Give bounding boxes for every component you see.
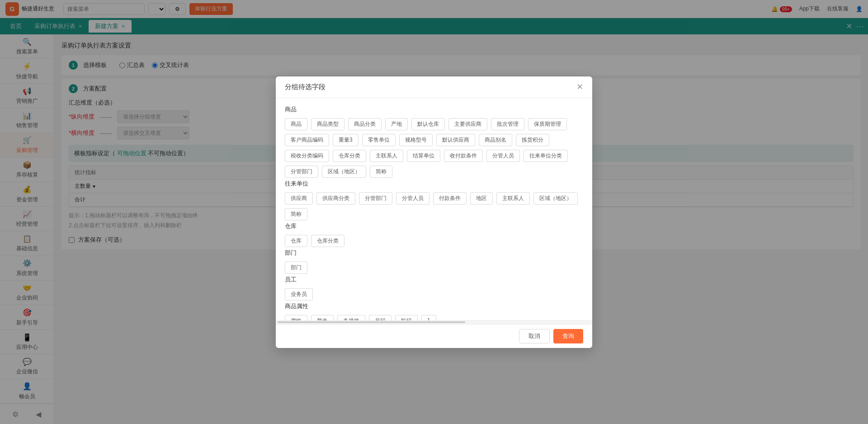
product-attr-chips: 属性 颜色 多规格 尺码 鞋码 1 <box>285 315 583 321</box>
chip-attr-1[interactable]: 颜色 <box>311 315 334 321</box>
chip-goods-9[interactable]: 重量3 <box>333 134 359 146</box>
modal-confirm-btn[interactable]: 查询 <box>553 329 583 343</box>
section-warehouse: 仓库 仓库 仓库分类 <box>285 222 583 247</box>
chip-goods-10[interactable]: 零售单位 <box>362 134 396 146</box>
chip-department-0[interactable]: 部门 <box>285 262 307 274</box>
chip-partner-3[interactable]: 分管人员 <box>396 192 429 205</box>
chip-goods-13[interactable]: 商品别名 <box>479 134 512 146</box>
chip-partner-6[interactable]: 主联系人 <box>496 192 530 205</box>
chip-attr-5[interactable]: 1 <box>421 315 436 321</box>
chip-goods-4[interactable]: 默认仓库 <box>411 118 445 130</box>
section-department-title: 部门 <box>285 249 583 257</box>
department-chips: 部门 <box>285 262 583 274</box>
modal-hscrollbar[interactable] <box>276 320 592 324</box>
chip-employee-0[interactable]: 业务员 <box>285 288 313 300</box>
chip-goods-1[interactable]: 商品类型 <box>311 118 344 130</box>
chip-partner-4[interactable]: 付款条件 <box>433 192 467 205</box>
chip-goods-8[interactable]: 客户商品编码 <box>285 134 329 146</box>
chip-goods-23[interactable]: 区域（地区） <box>322 166 366 178</box>
chip-goods-20[interactable]: 分管人员 <box>486 150 520 162</box>
chip-partner-7[interactable]: 区域（地区） <box>533 192 578 205</box>
chip-warehouse-1[interactable]: 仓库分类 <box>311 235 344 247</box>
section-employee-title: 员工 <box>285 276 583 284</box>
chip-goods-21[interactable]: 往来单位分类 <box>524 150 568 162</box>
chip-goods-18[interactable]: 结算单位 <box>407 150 440 162</box>
chip-goods-22[interactable]: 分管部门 <box>285 166 318 178</box>
section-partner-title: 往来单位 <box>285 180 583 188</box>
section-partner: 往来单位 供应商 供应商分类 分管部门 分管人员 付款条件 地区 主联系人 区域… <box>285 180 583 220</box>
chip-partner-8[interactable]: 简称 <box>285 208 307 220</box>
goods-chips: 商品 商品类型 商品分类 产地 默认仓库 主要供应商 批次管理 保质期管理 客户… <box>285 118 583 178</box>
chip-goods-11[interactable]: 规格型号 <box>399 134 433 146</box>
modal-cancel-btn[interactable]: 取消 <box>519 329 550 343</box>
chip-attr-0[interactable]: 属性 <box>285 315 307 321</box>
hscroll-thumb <box>278 321 465 323</box>
section-goods: 商品 商品 商品类型 商品分类 产地 默认仓库 主要供应商 批次管理 保质期管理… <box>285 105 583 178</box>
chip-partner-5[interactable]: 地区 <box>470 192 493 205</box>
chip-goods-6[interactable]: 批次管理 <box>491 118 524 130</box>
chip-partner-2[interactable]: 分管部门 <box>359 192 392 205</box>
chip-goods-17[interactable]: 主联系人 <box>370 150 403 162</box>
section-warehouse-title: 仓库 <box>285 222 583 230</box>
section-goods-title: 商品 <box>285 105 583 114</box>
chip-goods-3[interactable]: 产地 <box>385 118 408 130</box>
section-department: 部门 部门 <box>285 249 583 274</box>
chip-goods-12[interactable]: 默认供应商 <box>436 134 475 146</box>
partner-chips: 供应商 供应商分类 分管部门 分管人员 付款条件 地区 主联系人 区域（地区） … <box>285 192 583 220</box>
section-product-attr: 商品属性 属性 颜色 多规格 尺码 鞋码 1 <box>285 302 583 321</box>
chip-goods-0[interactable]: 商品 <box>285 118 307 130</box>
chip-goods-24[interactable]: 简称 <box>370 166 392 178</box>
modal-title: 分组待选字段 <box>285 83 326 91</box>
chip-attr-3[interactable]: 尺码 <box>369 315 392 321</box>
chip-goods-19[interactable]: 收付款条件 <box>444 150 483 162</box>
chip-goods-16[interactable]: 仓库分类 <box>333 150 366 162</box>
chip-goods-15[interactable]: 税收分类编码 <box>285 150 329 162</box>
modal-footer: 取消 查询 <box>276 324 592 348</box>
chip-partner-0[interactable]: 供应商 <box>285 192 313 205</box>
field-select-modal: 分组待选字段 ✕ 商品 商品 商品类型 商品分类 产地 默认仓库 主要供应商 批… <box>276 76 592 348</box>
section-product-attr-title: 商品属性 <box>285 302 583 310</box>
modal-close-btn[interactable]: ✕ <box>576 83 583 91</box>
modal-header: 分组待选字段 ✕ <box>276 76 592 98</box>
chip-goods-5[interactable]: 主要供应商 <box>448 118 487 130</box>
chip-attr-4[interactable]: 鞋码 <box>395 315 418 321</box>
section-employee: 员工 业务员 <box>285 276 583 300</box>
modal-body[interactable]: 商品 商品 商品类型 商品分类 产地 默认仓库 主要供应商 批次管理 保质期管理… <box>276 98 592 321</box>
chip-goods-14[interactable]: 拣货积分 <box>516 134 549 146</box>
employee-chips: 业务员 <box>285 288 583 300</box>
chip-warehouse-0[interactable]: 仓库 <box>285 235 307 247</box>
warehouse-chips: 仓库 仓库分类 <box>285 235 583 247</box>
chip-partner-1[interactable]: 供应商分类 <box>316 192 355 205</box>
chip-goods-2[interactable]: 商品分类 <box>348 118 382 130</box>
chip-goods-7[interactable]: 保质期管理 <box>528 118 567 130</box>
chip-attr-2[interactable]: 多规格 <box>337 315 365 321</box>
